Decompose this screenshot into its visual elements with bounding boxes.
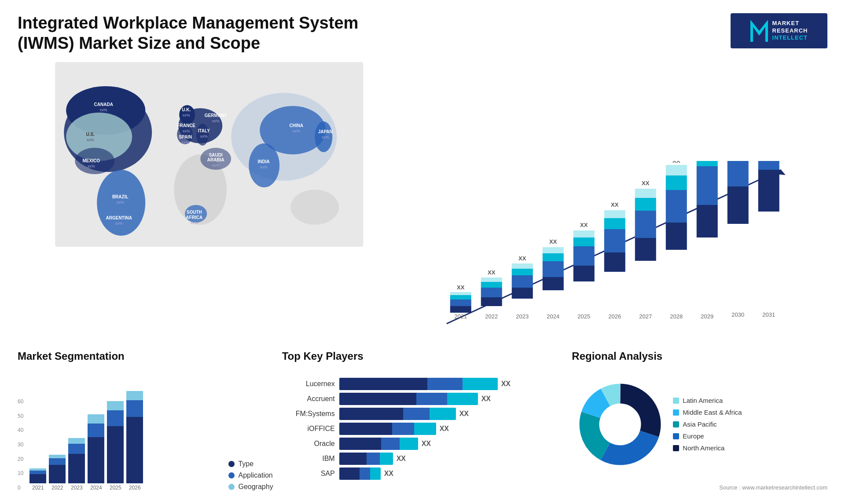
svg-rect-78: [573, 246, 595, 266]
svg-text:xx%: xx%: [100, 108, 107, 112]
svg-rect-77: [573, 266, 595, 281]
donut-svg: [572, 376, 669, 473]
svg-rect-71: [543, 277, 564, 290]
svg-text:XX: XX: [550, 238, 558, 245]
player-row-fmsystems: FM:Systems XX: [282, 408, 563, 420]
svg-rect-55: [450, 295, 471, 299]
legend-north-america: North America: [673, 444, 742, 452]
svg-text:U.K.: U.K.: [182, 107, 191, 112]
svg-text:2022: 2022: [485, 313, 498, 320]
svg-text:xx%: xx%: [322, 135, 329, 139]
svg-text:xx%: xx%: [183, 129, 190, 133]
svg-rect-110: [758, 170, 779, 212]
map-section: CANADA xx% U.S. xx% MEXICO xx% BRAZIL xx…: [18, 62, 400, 341]
svg-point-119: [602, 406, 639, 443]
svg-text:XX: XX: [488, 269, 496, 276]
svg-text:ARGENTINA: ARGENTINA: [106, 215, 132, 220]
svg-text:INDIA: INDIA: [258, 159, 270, 164]
svg-rect-89: [635, 238, 656, 261]
svg-text:U.S.: U.S.: [86, 132, 95, 137]
regional-inner: Latin America Middle East & Africa Asia …: [572, 367, 827, 482]
svg-rect-66: [512, 275, 533, 288]
bottom-row: Market Segmentation 60 50 40 30 20 10 0: [18, 350, 827, 491]
svg-text:xx%: xx%: [182, 140, 189, 145]
svg-rect-83: [604, 252, 625, 272]
player-row-lucernex: Lucernex XX: [282, 378, 563, 390]
svg-text:2027: 2027: [639, 313, 652, 320]
svg-rect-90: [635, 211, 656, 238]
svg-text:SAUDI: SAUDI: [209, 153, 223, 157]
world-map-svg: CANADA xx% U.S. xx% MEXICO xx% BRAZIL xx…: [18, 62, 400, 247]
svg-rect-111: [758, 161, 779, 170]
svg-text:ARABIA: ARABIA: [207, 157, 224, 162]
svg-text:2021: 2021: [455, 313, 467, 320]
svg-rect-106: [727, 186, 749, 224]
legend-latin-america: Latin America: [673, 397, 742, 404]
players-section: Top Key Players Lucernex XX: [282, 350, 563, 491]
seg-legend-geography: Geography: [228, 483, 273, 491]
svg-text:GERMANY: GERMANY: [205, 113, 227, 118]
player-row-oracle: Oracle XX: [282, 438, 563, 450]
players-list: Lucernex XX Accruent: [282, 367, 563, 491]
svg-text:ITALY: ITALY: [198, 128, 210, 133]
svg-rect-98: [666, 165, 687, 175]
svg-rect-101: [697, 205, 718, 237]
svg-text:2025: 2025: [578, 313, 591, 320]
logo-box: MARKET RESEARCH INTELLECT: [731, 13, 827, 48]
svg-text:xx%: xx%: [260, 165, 268, 169]
svg-text:2029: 2029: [701, 313, 714, 320]
svg-text:xx%: xx%: [88, 164, 95, 168]
svg-text:CANADA: CANADA: [94, 102, 113, 107]
source-text: Source : www.marketresearchintellect.com: [572, 484, 827, 491]
regional-title: Regional Analysis: [572, 350, 827, 362]
svg-text:xx%: xx%: [117, 200, 124, 205]
svg-text:2026: 2026: [609, 313, 621, 320]
segmentation-inner: 60 50 40 30 20 10 0: [18, 367, 273, 491]
svg-text:XX: XX: [580, 222, 588, 228]
player-row-sap: SAP XX: [282, 467, 563, 480]
svg-text:xx%: xx%: [115, 221, 123, 226]
seg-legend-type: Type: [228, 460, 273, 468]
bar-chart-section: XX 2021 XX 2022 XX: [409, 62, 827, 341]
type-dot: [228, 461, 235, 467]
segmentation-section: Market Segmentation 60 50 40 30 20 10 0: [18, 350, 273, 491]
svg-text:2023: 2023: [516, 313, 529, 320]
svg-rect-92: [635, 189, 656, 198]
svg-text:xx%: xx%: [191, 221, 198, 225]
mea-color: [673, 409, 679, 416]
regional-section: Regional Analysis: [572, 350, 827, 491]
seg-bar-stack: [29, 391, 46, 483]
svg-rect-61: [481, 282, 502, 288]
svg-rect-73: [543, 253, 564, 261]
svg-text:CHINA: CHINA: [289, 123, 303, 128]
svg-rect-96: [666, 190, 687, 223]
logo-text: MARKET RESEARCH INTELLECT: [772, 20, 808, 42]
svg-rect-107: [727, 161, 749, 186]
segmentation-title: Market Segmentation: [18, 350, 273, 362]
application-dot: [228, 472, 235, 478]
content-row: CANADA xx% U.S. xx% MEXICO xx% BRAZIL xx…: [18, 62, 827, 341]
svg-text:xx%: xx%: [183, 113, 190, 117]
seg-legend: Type Application Geography: [224, 460, 273, 491]
seg-bar-group: 2021: [29, 391, 46, 491]
svg-rect-59: [481, 297, 502, 306]
svg-rect-56: [450, 292, 471, 295]
svg-text:XX: XX: [673, 161, 681, 164]
svg-text:xx%: xx%: [293, 129, 300, 133]
growth-chart-svg: XX 2021 XX 2022 XX: [409, 161, 827, 337]
svg-text:2030: 2030: [732, 311, 745, 318]
legend-middle-east-africa: Middle East & Africa: [673, 409, 742, 416]
svg-text:SPAIN: SPAIN: [179, 135, 192, 139]
svg-text:XX: XX: [642, 180, 650, 186]
svg-text:AFRICA: AFRICA: [186, 215, 202, 220]
svg-rect-97: [666, 175, 687, 190]
players-title: Top Key Players: [282, 350, 563, 362]
regional-legend: Latin America Middle East & Africa Asia …: [673, 397, 742, 452]
geography-dot: [228, 484, 235, 490]
svg-rect-67: [512, 269, 533, 275]
svg-text:XX: XX: [611, 201, 619, 208]
svg-rect-79: [573, 237, 595, 246]
svg-text:BRAZIL: BRAZIL: [112, 194, 129, 199]
svg-text:xx%: xx%: [212, 119, 220, 123]
svg-text:XX: XX: [519, 255, 527, 262]
